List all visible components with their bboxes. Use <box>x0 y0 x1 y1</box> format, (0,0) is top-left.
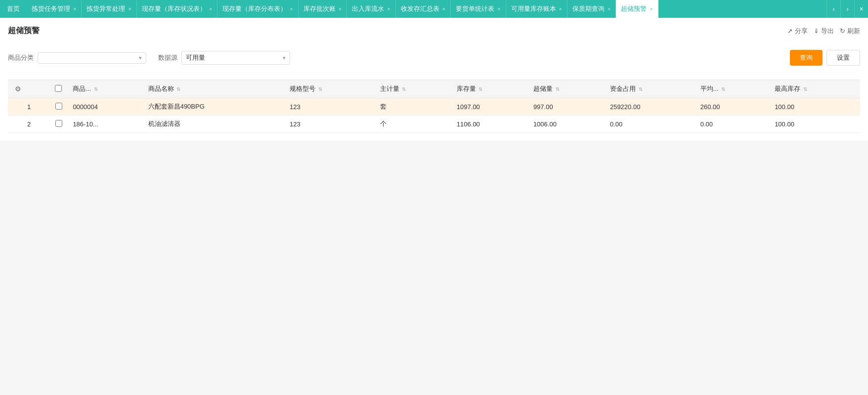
close-icon[interactable]: × <box>497 6 500 12</box>
th-checkbox <box>50 80 68 98</box>
row-checkbox[interactable] <box>55 120 62 127</box>
row-checkbox-cell <box>50 98 68 116</box>
sort-icon: ⇅ <box>94 86 98 92</box>
row-unit: 个 <box>375 116 452 133</box>
export-button[interactable]: ⇓ 导出 <box>814 27 834 36</box>
share-button[interactable]: ➚ 分享 <box>787 27 808 36</box>
table-row: 1 0000004 六配套新昌490BPG 123 套 1097.00 997.… <box>8 98 860 116</box>
th-stock[interactable]: 库存量 ⇅ <box>452 80 528 98</box>
close-icon[interactable]: × <box>128 6 131 12</box>
page-content: 超储预警 ➚ 分享 ⇓ 导出 ↻ 刷新 商品分类 ▾ 数据源 <box>0 18 868 141</box>
tab-3[interactable]: 现存量（库存状况表） × <box>137 0 217 18</box>
row-name: 机油滤清器 <box>143 116 285 133</box>
nav-prev-arrow[interactable]: ‹ <box>826 0 840 18</box>
datasource-label: 数据源 <box>158 53 177 62</box>
top-navigation: 首页 拣货任务管理 × 拣货异常处理 × 现存量（库存状况表） × 现存量（库存… <box>0 0 868 18</box>
settings-button[interactable]: 设置 <box>826 50 860 66</box>
row-overflow: 1006.00 <box>528 116 605 133</box>
tab-10[interactable]: 保质期查询 × <box>567 0 616 18</box>
action-buttons: 查询 设置 <box>790 50 860 66</box>
select-all-checkbox[interactable] <box>55 85 62 92</box>
gear-icon[interactable]: ⚙ <box>13 84 23 94</box>
filter-row: 商品分类 ▾ 数据源 可用量 ▾ 查询 设置 <box>8 44 860 72</box>
row-code: 186-10... <box>68 116 143 133</box>
row-checkbox[interactable] <box>55 103 62 110</box>
close-icon[interactable]: × <box>387 6 390 12</box>
page-header: 超储预警 ➚ 分享 ⇓ 导出 ↻ 刷新 <box>8 26 860 36</box>
close-icon[interactable]: × <box>608 6 610 12</box>
filter-datasource: 数据源 可用量 ▾ <box>158 51 290 65</box>
sort-icon: ⇅ <box>556 86 560 92</box>
row-overflow: 997.00 <box>528 98 605 116</box>
nav-arrows: ‹ › × <box>826 0 868 18</box>
row-stock: 1106.00 <box>452 116 528 133</box>
th-code[interactable]: 商品... ⇅ <box>68 80 143 98</box>
close-icon[interactable]: × <box>559 6 562 12</box>
sort-icon: ⇅ <box>318 86 322 92</box>
tab-8[interactable]: 要货单统计表 × <box>451 0 506 18</box>
row-maxstock: 100.00 <box>770 98 860 116</box>
tab-2[interactable]: 拣货异常处理 × <box>82 0 136 18</box>
chevron-down-icon: ▾ <box>139 55 142 61</box>
close-icon[interactable]: × <box>290 6 293 12</box>
row-code: 0000004 <box>68 98 143 116</box>
close-icon[interactable]: × <box>339 6 342 12</box>
sort-icon: ⇅ <box>176 86 180 92</box>
nav-next-arrow[interactable]: › <box>840 0 854 18</box>
nav-home[interactable]: 首页 <box>0 0 27 18</box>
header-actions: ➚ 分享 ⇓ 导出 ↻ 刷新 <box>787 27 860 36</box>
category-label: 商品分类 <box>8 53 34 62</box>
page-title: 超储预警 <box>8 26 40 36</box>
row-spec: 123 <box>285 98 375 116</box>
refresh-icon: ↻ <box>840 27 845 35</box>
table-body: 1 0000004 六配套新昌490BPG 123 套 1097.00 997.… <box>8 98 860 133</box>
category-select[interactable]: ▾ <box>38 52 146 64</box>
close-icon[interactable]: × <box>73 6 76 12</box>
th-capital[interactable]: 资金占用 ⇅ <box>605 80 695 98</box>
row-avg: 260.00 <box>695 98 770 116</box>
row-capital: 259220.00 <box>605 98 695 116</box>
close-icon[interactable]: × <box>650 6 652 12</box>
tab-1[interactable]: 拣货任务管理 × <box>27 0 82 18</box>
tab-11[interactable]: 超储预警 × <box>616 0 658 18</box>
table-row: 2 186-10... 机油滤清器 123 个 1106.00 1006.00 … <box>8 116 860 133</box>
tab-6[interactable]: 出入库流水 × <box>347 0 395 18</box>
refresh-button[interactable]: ↻ 刷新 <box>840 27 860 36</box>
data-table: ⚙ 商品... ⇅ 商品名称 ⇅ 规格型号 ⇅ 主计量 <box>8 79 860 133</box>
nav-close-all[interactable]: × <box>854 0 868 18</box>
sort-icon: ⇅ <box>639 86 643 92</box>
sort-icon: ⇅ <box>803 86 807 92</box>
th-avg[interactable]: 平均... ⇅ <box>695 80 770 98</box>
query-button[interactable]: 查询 <box>790 50 823 66</box>
th-gear: ⚙ <box>8 80 50 98</box>
chevron-down-icon: ▾ <box>283 55 286 61</box>
sort-icon: ⇅ <box>721 86 725 92</box>
row-stock: 1097.00 <box>452 98 528 116</box>
filter-category: 商品分类 ▾ <box>8 52 146 64</box>
th-name[interactable]: 商品名称 ⇅ <box>143 80 285 98</box>
row-seq: 1 <box>8 98 50 116</box>
row-seq: 2 <box>8 116 50 133</box>
tab-4[interactable]: 现存量（库存分布表） × <box>217 0 298 18</box>
export-icon: ⇓ <box>814 27 819 35</box>
table-header-row: ⚙ 商品... ⇅ 商品名称 ⇅ 规格型号 ⇅ 主计量 <box>8 80 860 98</box>
th-unit[interactable]: 主计量 ⇅ <box>375 80 452 98</box>
row-avg: 0.00 <box>695 116 770 133</box>
datasource-select-value: 可用量 <box>186 53 205 62</box>
th-spec[interactable]: 规格型号 ⇅ <box>285 80 375 98</box>
tab-5[interactable]: 库存批次账 × <box>299 0 347 18</box>
tab-7[interactable]: 收发存汇总表 × <box>396 0 451 18</box>
share-icon: ➚ <box>787 27 793 35</box>
row-maxstock: 100.00 <box>770 116 860 133</box>
th-overflow[interactable]: 超储量 ⇅ <box>528 80 605 98</box>
sort-icon: ⇅ <box>402 86 406 92</box>
row-spec: 123 <box>285 116 375 133</box>
th-maxstock[interactable]: 最高库存 ⇅ <box>770 80 860 98</box>
row-name: 六配套新昌490BPG <box>143 98 285 116</box>
close-icon[interactable]: × <box>442 6 445 12</box>
close-icon[interactable]: × <box>209 6 212 12</box>
datasource-select[interactable]: 可用量 ▾ <box>181 51 290 65</box>
tab-9[interactable]: 可用量库存账本 × <box>506 0 567 18</box>
row-capital: 0.00 <box>605 116 695 133</box>
row-checkbox-cell <box>50 116 68 133</box>
